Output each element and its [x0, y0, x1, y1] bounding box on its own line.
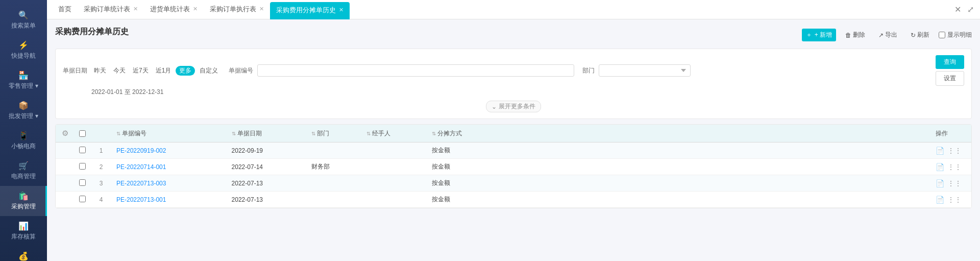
tab-inbound-stats[interactable]: 进货单统计表 ✕ — [144, 0, 204, 19]
th-settings[interactable]: ⚙ — [56, 125, 74, 143]
sidebar-item-search[interactable]: 🔍 搜索菜单 — [0, 5, 47, 35]
filter-dept-group: 部门 — [582, 64, 927, 77]
action-more-1[interactable]: ⋮⋮ — [947, 163, 962, 171]
export-button[interactable]: ↗ 导出 — [874, 29, 901, 41]
order-no-link-1[interactable]: PE-20220714-001 — [116, 163, 166, 171]
expand-icon: ⌄ — [492, 103, 497, 110]
th-order-no[interactable]: ⇅ 单据编号 — [111, 125, 227, 143]
close-tab-inbound-stats[interactable]: ✕ — [193, 6, 198, 12]
maximize-window-btn[interactable]: ⤢ — [966, 4, 975, 15]
filter-date-yesterday[interactable]: 昨天 — [91, 66, 109, 76]
td-settings-3 — [56, 192, 74, 208]
expand-filter-button[interactable]: ⌄ 展开更多条件 — [486, 101, 541, 112]
filter-dept-select[interactable] — [599, 64, 691, 77]
td-split-method-0: 按金额 — [427, 143, 930, 159]
tab-purchase-cost-history[interactable]: 采购费用分摊单历史 ✕ — [270, 2, 350, 19]
delete-icon: 🗑 — [845, 32, 851, 39]
filter-dept-label: 部门 — [582, 66, 595, 75]
td-date-1: 2022-07-14 — [227, 159, 306, 175]
delete-button[interactable]: 🗑 删除 — [841, 29, 869, 41]
inventory-icon: 📊 — [3, 221, 44, 231]
th-handler[interactable]: ⇅ 经手人 — [361, 125, 427, 143]
tab-purchase-order-exec[interactable]: 采购订单执行表 ✕ — [204, 0, 270, 19]
row-checkbox-3[interactable] — [79, 196, 86, 202]
wholesale-icon: 📦 — [3, 101, 44, 110]
td-handler-3 — [361, 192, 427, 208]
sidebar-item-ecommerce[interactable]: 🛒 电商管理 — [0, 156, 47, 186]
sort-icon-date: ⇅ — [232, 131, 236, 136]
sidebar-item-mini[interactable]: 📱 小畅电商 — [0, 126, 47, 156]
table-row: 1 PE-20220919-002 2022-09-19 按金额 📄 ⋮⋮ — [56, 143, 971, 159]
td-dept-1: 财务部 — [306, 159, 361, 175]
filter-date-1month[interactable]: 近1月 — [153, 66, 174, 76]
table-body: 1 PE-20220919-002 2022-09-19 按金额 📄 ⋮⋮ 2 … — [56, 143, 971, 208]
th-date[interactable]: ⇅ 单据日期 — [227, 125, 306, 143]
action-more-3[interactable]: ⋮⋮ — [947, 196, 962, 204]
tab-bar: 首页 采购订单统计表 ✕ 进货单统计表 ✕ 采购订单执行表 ✕ 采购费用分摊单历… — [47, 0, 980, 19]
sidebar-item-purchase[interactable]: 🛍️ 采购管理 — [0, 186, 47, 216]
action-view-2[interactable]: 📄 — [936, 179, 944, 187]
sidebar-item-wholesale[interactable]: 📦 批发管理 ▾ — [0, 96, 47, 126]
th-split-method[interactable]: ⇅ 分摊方式 — [427, 125, 930, 143]
filter-date-range: 2022-01-01 至 2022-12-31 — [91, 88, 163, 96]
table-header-row: ⚙ ⇅ 单据编号 — [56, 125, 971, 143]
show-columns-checkbox[interactable]: 显示明细 — [939, 31, 972, 39]
td-settings-0 — [56, 143, 74, 159]
quick-icon: ⚡ — [3, 40, 44, 50]
td-orderno-3: PE-20220713-001 — [111, 192, 227, 208]
sidebar-item-inventory[interactable]: 📊 库存核算 — [0, 216, 47, 246]
sort-icon-dept: ⇅ — [311, 131, 315, 136]
row-checkbox-1[interactable] — [79, 163, 86, 170]
td-action-0: 📄 ⋮⋮ — [930, 143, 971, 159]
order-no-link-2[interactable]: PE-20220713-003 — [116, 180, 166, 187]
close-tab-purchase-order-stats[interactable]: ✕ — [133, 6, 138, 12]
td-checkbox-3 — [74, 192, 91, 208]
action-more-2[interactable]: ⋮⋮ — [947, 179, 962, 187]
data-table-container: ⚙ ⇅ 单据编号 — [55, 124, 972, 208]
sidebar-item-finance[interactable]: 💰 资金管理 — [0, 246, 47, 261]
tab-home[interactable]: 首页 — [52, 0, 78, 19]
data-table: ⚙ ⇅ 单据编号 — [56, 125, 971, 208]
sidebar-item-quick[interactable]: ⚡ 快捷导航 — [0, 35, 47, 65]
filter-date-today[interactable]: 今天 — [111, 66, 128, 76]
action-view-1[interactable]: 📄 — [936, 163, 944, 171]
action-more-0[interactable]: ⋮⋮ — [947, 147, 962, 155]
th-rownum — [91, 125, 111, 143]
close-window-btn[interactable]: ✕ — [953, 4, 962, 15]
td-action-2: 📄 ⋮⋮ — [930, 175, 971, 192]
close-tab-purchase-cost-history[interactable]: ✕ — [339, 7, 344, 13]
row-checkbox-2[interactable] — [79, 179, 86, 186]
filter-date-more[interactable]: 更多 — [176, 66, 195, 76]
order-no-link-3[interactable]: PE-20220713-001 — [116, 196, 166, 203]
filter-date-custom[interactable]: 自定义 — [197, 66, 220, 76]
th-dept[interactable]: ⇅ 部门 — [306, 125, 361, 143]
td-action-3: 📄 ⋮⋮ — [930, 192, 971, 208]
filter-date-btns: 昨天 今天 近7天 近1月 更多 自定义 — [91, 66, 220, 76]
sidebar: 🔍 搜索菜单 ⚡ 快捷导航 🏪 零售管理 ▾ 📦 批发管理 ▾ 📱 小畅电商 🛒… — [0, 0, 47, 261]
tab-window-actions: ✕ ⤢ — [953, 4, 975, 15]
refresh-button[interactable]: ↻ 刷新 — [906, 29, 934, 41]
sidebar-item-retail[interactable]: 🏪 零售管理 ▾ — [0, 65, 47, 96]
show-columns-input[interactable] — [939, 32, 945, 38]
add-button[interactable]: ＋ + 新增 — [802, 29, 836, 41]
filter-search-button[interactable]: 查询 — [936, 55, 964, 69]
order-no-link-0[interactable]: PE-20220919-002 — [116, 147, 166, 154]
filter-settings-button[interactable]: 设置 — [936, 71, 964, 86]
filter-date-label: 单据日期 — [63, 66, 87, 75]
filter-btn-group: 查询 设置 — [936, 55, 964, 86]
td-settings-2 — [56, 175, 74, 192]
action-view-0[interactable]: 📄 — [936, 147, 944, 155]
td-dept-0 — [306, 143, 361, 159]
filter-orderno-input[interactable] — [257, 64, 574, 77]
row-checkbox-0[interactable] — [79, 147, 86, 153]
tab-purchase-order-stats[interactable]: 采购订单统计表 ✕ — [78, 0, 144, 19]
td-rownum-2: 3 — [91, 175, 111, 192]
close-tab-purchase-order-exec[interactable]: ✕ — [259, 6, 264, 12]
select-all-checkbox[interactable] — [79, 130, 86, 137]
filter-orderno-group: 单据编号 — [229, 64, 574, 77]
filter-date-7days[interactable]: 近7天 — [130, 66, 151, 76]
action-view-3[interactable]: 📄 — [936, 196, 944, 204]
td-dept-3 — [306, 192, 361, 208]
retail-icon: 🏪 — [3, 70, 44, 80]
filter-bar: 单据日期 昨天 今天 近7天 近1月 更多 自定义 单据编号 — [55, 49, 972, 119]
